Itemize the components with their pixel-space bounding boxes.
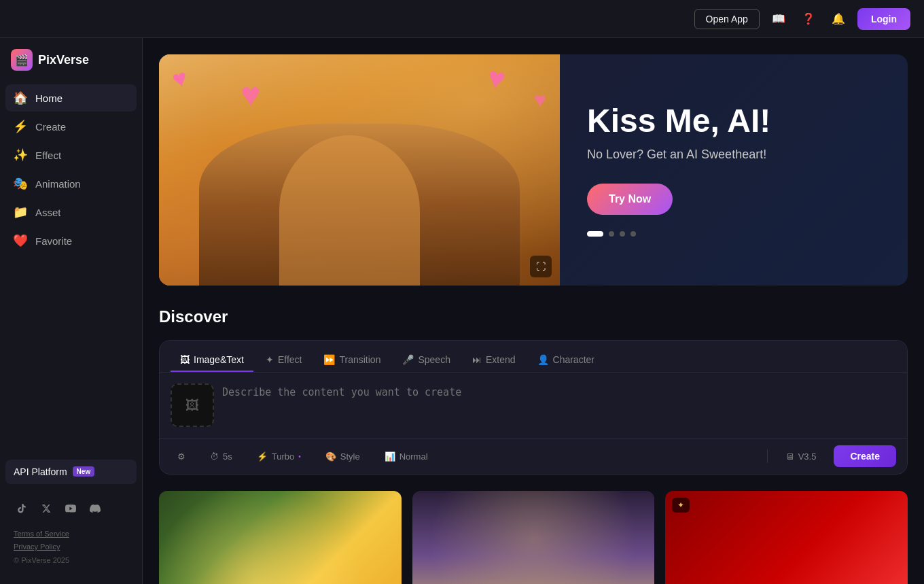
video-card-2[interactable] [412,491,655,584]
sidebar-footer: Terms of Service Privacy Policy © PixVer… [5,522,137,573]
sidebar-item-label: Animation [35,178,81,190]
tab-character[interactable]: 👤 Character [528,349,604,372]
tab-label: Transition [339,354,380,365]
version-display: 🖥 V3.5 [779,451,823,462]
tab-speech[interactable]: 🎤 Speech [393,349,459,372]
effect-tab-icon: ✦ [266,354,274,365]
settings-tool[interactable]: ⚙ [171,447,192,466]
sidebar-item-label: Home [35,92,63,104]
sidebar-item-label: Favorite [35,235,72,247]
tiktok-icon[interactable] [14,500,30,517]
discord-icon[interactable] [87,500,103,517]
animation-icon: 🎭 [14,177,27,190]
duration-icon: ⏱ [210,451,219,462]
sidebar-item-home[interactable]: 🏠 Home [5,84,137,111]
version-label: V3.5 [798,451,817,462]
video-thumbnail-2 [412,491,655,584]
hero-banner: ♥ ♥ ♥ ♥ ⛶ Kiss Me, AI! No Lover? Get an … [159,54,908,286]
sidebar-item-label: Create [35,121,66,133]
quality-icon: 📊 [385,451,395,462]
logo-icon: 🎬 [11,49,33,71]
hero-image: ♥ ♥ ♥ ♥ ⛶ [159,54,560,286]
hero-image-inner: ♥ ♥ ♥ ♥ [159,54,560,286]
tab-extend[interactable]: ⏭ Extend [463,349,525,372]
privacy-link[interactable]: Privacy Policy [14,540,128,554]
youtube-icon[interactable] [63,500,79,517]
create-icon: ⚡ [14,120,27,133]
asset-icon: 📁 [14,205,27,219]
book-icon[interactable]: 📖 [768,8,789,30]
prompt-input[interactable] [222,383,896,424]
sidebar-item-favorite[interactable]: ❤️ Favorite [5,227,137,254]
sidebar-item-create[interactable]: ⚡ Create [5,113,137,140]
bottom-toolbar: ⚙ ⏱ 5s ⚡ Turbo • 🎨 Style 📊 Normal [160,438,907,474]
sidebar-item-asset[interactable]: 📁 Asset [5,199,137,226]
duration-label: 5s [223,451,232,462]
hero-content: Kiss Me, AI! No Lover? Get an AI Sweethe… [560,76,908,264]
toolbar-divider [767,449,768,463]
help-icon[interactable]: ❓ [798,8,819,30]
version-icon: 🖥 [785,451,794,462]
sidebar-item-effect[interactable]: ✨ Effect [5,141,137,169]
main-content: ♥ ♥ ♥ ♥ ⛶ Kiss Me, AI! No Lover? Get an … [143,38,924,584]
tab-label: Character [553,354,594,365]
speech-icon: 🎤 [402,354,414,365]
sidebar-item-animation[interactable]: 🎭 Animation [5,170,137,197]
video-card-3[interactable]: ✦ [665,491,908,584]
tab-image-text[interactable]: 🖼 Image&Text [171,349,253,372]
video-card-1[interactable] [159,491,402,584]
social-links [5,495,137,522]
new-badge: New [73,466,95,477]
character-icon: 👤 [537,354,549,365]
image-text-icon: 🖼 [180,354,190,365]
api-platform-button[interactable]: API Platform New [5,460,137,484]
copyright: © PixVerse 2025 [14,554,128,568]
home-icon: 🏠 [14,91,27,105]
terms-link[interactable]: Terms of Service [14,528,128,541]
turbo-tool[interactable]: ⚡ Turbo • [250,447,308,466]
badge-icon: ✦ [677,500,684,510]
sidebar: 🎬 PixVerse 🏠 Home ⚡ Create ✨ Effect 🎭 An… [0,38,143,584]
sidebar-item-label: Effect [35,150,61,161]
topbar: Open App 📖 ❓ 🔔 Login [0,0,924,38]
video-thumbnail-3: ✦ [665,491,908,584]
hero-title: Kiss Me, AI! [587,103,881,139]
duration-tool[interactable]: ⏱ 5s [203,447,239,466]
tab-label: Speech [418,354,450,365]
api-platform-label: API Platform [14,466,67,477]
dot-2[interactable] [609,231,614,237]
creation-container: 🖼 Image&Text ✦ Effect ⏩ Transition 🎤 Spe… [159,340,908,475]
quality-tool[interactable]: 📊 Normal [378,447,435,466]
sidebar-bottom: API Platform New [0,460,142,573]
extend-icon: ⏭ [472,354,482,365]
style-label: Style [340,451,360,462]
style-icon: 🎨 [325,451,336,462]
fullscreen-button[interactable]: ⛶ [530,256,552,277]
dot-4[interactable] [630,231,636,237]
tab-effect[interactable]: ✦ Effect [256,349,312,372]
tab-transition[interactable]: ⏩ Transition [314,349,390,372]
style-tool[interactable]: 🎨 Style [319,447,367,466]
x-twitter-icon[interactable] [38,500,54,517]
create-button[interactable]: Create [834,445,896,467]
dot-3[interactable] [620,231,625,237]
page-wrapper: 🎬 PixVerse 🏠 Home ⚡ Create ✨ Effect 🎭 An… [0,0,924,584]
image-upload-button[interactable]: 🖼 [171,383,214,427]
open-app-button[interactable]: Open App [694,9,760,29]
logo-text: PixVerse [38,53,89,67]
login-button[interactable]: Login [857,8,910,30]
quality-label: Normal [399,451,428,462]
notification-icon[interactable]: 🔔 [828,8,849,30]
favorite-icon: ❤️ [14,234,27,247]
sidebar-item-label: Asset [35,207,61,218]
image-upload-icon: 🖼 [185,398,199,413]
hero-cta-button[interactable]: Try Now [587,184,673,215]
hero-dots [587,231,881,237]
dot-1[interactable] [587,231,603,237]
text-area-section: 🖼 [160,373,907,438]
logo: 🎬 PixVerse [0,49,142,84]
discover-title: Discover [159,307,908,326]
video-thumbnail-1 [159,491,402,584]
hero-subtitle: No Lover? Get an AI Sweetheart! [587,148,881,162]
turbo-label: Turbo [272,451,294,462]
